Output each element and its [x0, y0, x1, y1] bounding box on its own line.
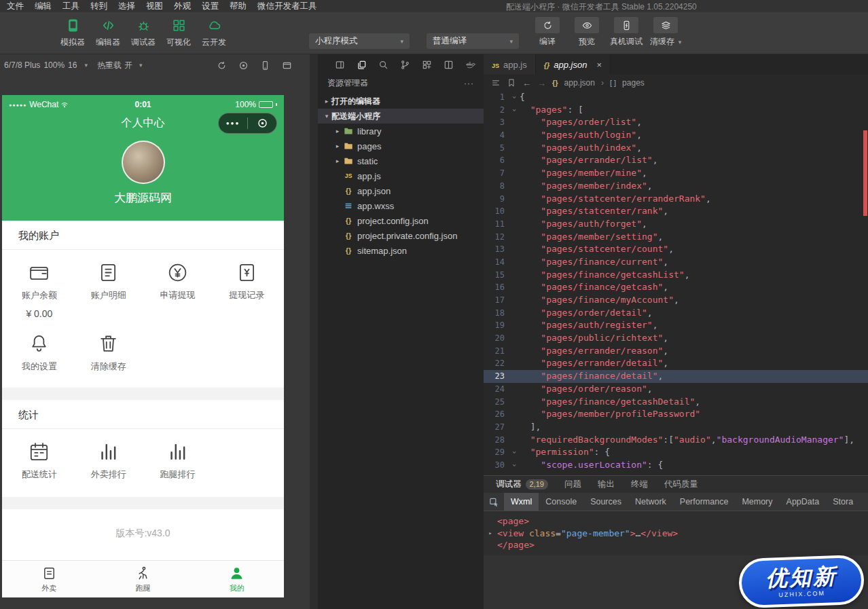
- avatar[interactable]: [122, 141, 165, 184]
- code-line[interactable]: 21 "pages/errander/reason",: [484, 345, 868, 358]
- wxml-node[interactable]: </page>: [484, 539, 868, 551]
- code-line[interactable]: 14 "pages/finance/current",: [484, 256, 868, 269]
- outline-icon[interactable]: [491, 78, 501, 88]
- settings-menu-item[interactable]: 我的设置: [5, 333, 74, 373]
- devtools-tab[interactable]: Sources: [583, 493, 628, 511]
- editor-tab[interactable]: JS app.js: [484, 54, 536, 75]
- settings-menu-item[interactable]: 清除缓存: [74, 333, 143, 373]
- code-line[interactable]: 5 "pages/auth/index",: [484, 142, 868, 155]
- tab-bar-item[interactable]: 我的: [190, 561, 284, 597]
- tree-item[interactable]: ▸ library: [318, 124, 484, 139]
- menu-item[interactable]: 微信开发者工具: [257, 1, 317, 12]
- debugger-tab[interactable]: 代码质量: [664, 479, 698, 490]
- toolbar-button[interactable]: 可视化: [163, 17, 194, 48]
- code-line[interactable]: 15 "pages/finance/getcashList",: [484, 269, 868, 282]
- code-line[interactable]: 12 "pages/member/setting",: [484, 231, 868, 244]
- tree-item[interactable]: {} project.private.config.json: [318, 228, 484, 243]
- code-line[interactable]: 16 "pages/finance/getcash",: [484, 281, 868, 294]
- toolbar-action-button[interactable]: 预览: [571, 17, 603, 48]
- devtools-tab[interactable]: AppData: [780, 493, 827, 511]
- code-line[interactable]: 20 "pages/public/richtext",: [484, 332, 868, 345]
- toolbar-button[interactable]: 编辑器: [92, 17, 124, 48]
- compile-mode-select[interactable]: 普通编译 ▾: [427, 33, 519, 49]
- split-add-icon[interactable]: [335, 60, 345, 70]
- tree-item[interactable]: {} app.json: [318, 183, 484, 198]
- more-actions-icon[interactable]: ···: [464, 79, 474, 88]
- wxml-node[interactable]: ▸ <view class="page-member">…</view>: [484, 528, 868, 540]
- toolbar-action-button[interactable]: 编译: [531, 17, 564, 48]
- code-line[interactable]: 7 "pages/member/mine",: [484, 167, 868, 180]
- hot-reload-toggle[interactable]: 热重载开 ▾: [97, 60, 143, 71]
- menu-item[interactable]: 工具: [62, 1, 79, 12]
- breadcrumb-file[interactable]: app.json: [564, 78, 595, 88]
- code-line[interactable]: 29 › "permission": {: [484, 446, 868, 459]
- stats-menu-item[interactable]: 配送统计: [5, 441, 74, 481]
- refresh-icon[interactable]: [217, 60, 227, 71]
- bookmark-icon[interactable]: [507, 78, 516, 88]
- menu-item[interactable]: 外观: [174, 1, 191, 12]
- search-icon[interactable]: [378, 60, 388, 70]
- account-menu-item[interactable]: 账户余额 ¥ 0.00: [5, 261, 74, 319]
- code-line[interactable]: 18 "pages/order/detail",: [484, 307, 868, 320]
- toolbar-action-button[interactable]: 真机调试: [610, 17, 643, 48]
- code-line[interactable]: 3 "pages/order/list",: [484, 116, 868, 129]
- nav-forward-icon[interactable]: →: [537, 78, 546, 88]
- menu-item[interactable]: 设置: [202, 1, 219, 12]
- wxml-node[interactable]: <page>: [484, 515, 868, 528]
- menu-item[interactable]: 视图: [146, 1, 163, 12]
- code-line[interactable]: 2 › "pages": [: [484, 104, 868, 117]
- code-line[interactable]: 1 › {: [484, 91, 868, 104]
- tree-item[interactable]: ▸ 打开的编辑器: [318, 94, 484, 109]
- code-line[interactable]: 26 "pages/member/profilePassword": [484, 408, 868, 421]
- tab-bar-item[interactable]: 跑腿: [96, 561, 189, 597]
- code-line[interactable]: 8 "pages/member/index",: [484, 180, 868, 193]
- stats-menu-item[interactable]: 跑腿排行: [143, 441, 213, 481]
- device-select[interactable]: 6/7/8 Plus: [4, 60, 40, 70]
- toolbar-button[interactable]: 云开发: [198, 17, 230, 48]
- code-line[interactable]: 28 "requiredBackgroundModes":["audio","b…: [484, 434, 868, 447]
- breadcrumb-node[interactable]: pages: [622, 78, 645, 88]
- diff-icon[interactable]: [444, 60, 454, 70]
- mode-select[interactable]: 小程序模式 ▾: [309, 33, 410, 49]
- account-menu-item[interactable]: 申请提现: [143, 261, 213, 319]
- debugger-tab[interactable]: 终端: [631, 479, 648, 490]
- inspect-icon[interactable]: [484, 493, 504, 511]
- tree-item[interactable]: {} sitemap.json: [318, 243, 484, 258]
- menu-item[interactable]: 转到: [90, 1, 107, 12]
- toolbar-button[interactable]: 模拟器: [57, 17, 88, 48]
- more-icon[interactable]: ●●●: [219, 120, 247, 126]
- tree-item[interactable]: ▸ static: [318, 153, 484, 168]
- code-line[interactable]: 27 ],: [484, 421, 868, 434]
- stats-menu-item[interactable]: 外卖排行: [74, 441, 143, 481]
- zoom-select[interactable]: 100%: [43, 60, 65, 70]
- devtools-tab[interactable]: Console: [539, 493, 583, 511]
- code-line[interactable]: 4 "pages/auth/login",: [484, 129, 868, 142]
- error-scrollbar[interactable]: [863, 130, 867, 216]
- debugger-tab[interactable]: 调试器 2,19: [496, 479, 548, 490]
- devtools-tab[interactable]: Memory: [735, 493, 779, 511]
- toolbar-button[interactable]: 调试器: [128, 17, 159, 48]
- debugger-tab[interactable]: 问题: [564, 479, 581, 490]
- tree-item[interactable]: {} project.config.json: [318, 213, 484, 228]
- menu-item[interactable]: 帮助: [230, 1, 247, 12]
- code-line[interactable]: 22 "pages/errander/detail",: [484, 357, 868, 370]
- code-line[interactable]: 9 "pages/statcenter/erranderRank",: [484, 193, 868, 206]
- code-line[interactable]: 13 "pages/statcenter/count",: [484, 243, 868, 256]
- frame-icon[interactable]: [282, 60, 292, 71]
- code-line[interactable]: 11 "pages/auth/forget",: [484, 218, 868, 231]
- close-icon[interactable]: ×: [596, 60, 602, 70]
- record-icon[interactable]: [238, 60, 249, 71]
- menu-item[interactable]: 选择: [118, 1, 135, 12]
- branch-icon[interactable]: [400, 60, 410, 70]
- menu-item[interactable]: 文件: [7, 1, 24, 12]
- code-line[interactable]: 24 "pages/order/reason",: [484, 383, 868, 396]
- panel-divider[interactable]: [310, 54, 318, 609]
- devtools-tab[interactable]: Performance: [673, 493, 736, 511]
- code-line[interactable]: 10 "pages/statcenter/rank",: [484, 205, 868, 218]
- home-icon[interactable]: [248, 117, 276, 129]
- code-line[interactable]: 25 "pages/finance/getcashDetail",: [484, 396, 868, 409]
- devtools-tab[interactable]: Stora: [826, 493, 860, 511]
- files-icon[interactable]: [357, 60, 367, 70]
- extensions-icon[interactable]: [422, 60, 432, 70]
- tree-item[interactable]: app.wxss: [318, 198, 484, 213]
